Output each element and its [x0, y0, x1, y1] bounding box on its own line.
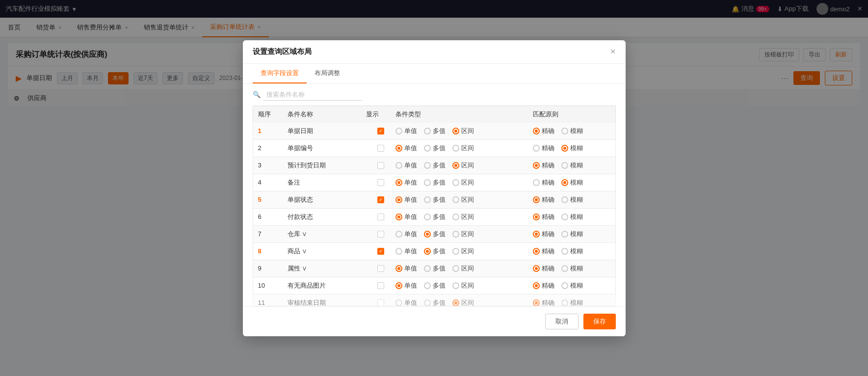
- row1-type-range-radio[interactable]: [452, 128, 459, 134]
- row4-type-multi[interactable]: 多值: [424, 178, 446, 187]
- row5-match-fuzzy[interactable]: 模糊: [561, 195, 583, 204]
- table-row: 11 审核结束日期 单值 多值 区间 精确 模糊: [253, 295, 616, 306]
- cancel-button[interactable]: 取消: [545, 314, 579, 329]
- row8-match-exact[interactable]: 精确: [533, 247, 554, 256]
- dialog-tab-layout[interactable]: 布局调整: [307, 64, 348, 83]
- row6-type: 单值 多值 区间: [395, 213, 533, 221]
- row7-type-single[interactable]: 单值: [395, 230, 417, 239]
- row9-name: 属性 ∨: [288, 264, 366, 273]
- row2-match-exact[interactable]: 精确: [533, 144, 554, 153]
- row6-match-exact[interactable]: 精确: [533, 213, 554, 221]
- row5-checkbox[interactable]: [377, 196, 384, 203]
- row1-match-exact-radio[interactable]: [533, 128, 540, 134]
- row11-type-multi[interactable]: 多值: [424, 298, 446, 306]
- row6-display[interactable]: [366, 214, 395, 220]
- row8-type-range[interactable]: 区间: [452, 247, 474, 256]
- row11-checkbox[interactable]: [377, 299, 384, 306]
- row9-type-single[interactable]: 单值: [395, 264, 417, 273]
- row9-type-multi[interactable]: 多值: [424, 264, 446, 273]
- row7-match: 精确 模糊: [533, 230, 626, 239]
- row8-match-fuzzy[interactable]: 模糊: [561, 247, 583, 256]
- row6-type-range[interactable]: 区间: [452, 213, 474, 221]
- row4-type-single[interactable]: 单值: [395, 178, 417, 187]
- table-row: 9 属性 ∨ 单值 多值 区间 精确 模糊: [253, 260, 616, 277]
- save-button[interactable]: 保存: [583, 314, 616, 329]
- row4-type-range[interactable]: 区间: [452, 178, 474, 187]
- row1-type-single-radio[interactable]: [395, 128, 402, 134]
- row1-checkbox[interactable]: [377, 128, 384, 134]
- row2-display[interactable]: [366, 145, 395, 152]
- row10-type-multi[interactable]: 多值: [424, 281, 446, 290]
- row11-match-exact[interactable]: 精确: [533, 298, 554, 306]
- row1-type-multi[interactable]: 多值: [424, 127, 446, 135]
- row8-display[interactable]: [366, 248, 395, 255]
- row7-type-multi[interactable]: 多值: [424, 230, 446, 239]
- dialog-tab-fields[interactable]: 查询字段设置: [253, 64, 307, 83]
- row8-type-multi[interactable]: 多值: [424, 247, 446, 256]
- row10-type-single[interactable]: 单值: [395, 281, 417, 290]
- row3-match-exact[interactable]: 精确: [533, 161, 554, 170]
- row7-checkbox[interactable]: [377, 231, 384, 238]
- row1-display[interactable]: [366, 128, 395, 134]
- row9-checkbox[interactable]: [377, 265, 384, 272]
- row10-display[interactable]: [366, 282, 395, 289]
- row8-type-single[interactable]: 单值: [395, 247, 417, 256]
- row5-display[interactable]: [366, 196, 395, 203]
- row10-match-fuzzy[interactable]: 模糊: [561, 281, 583, 290]
- row5-type-single[interactable]: 单值: [395, 195, 417, 204]
- row9-match-fuzzy[interactable]: 模糊: [561, 264, 583, 273]
- dialog-close-btn[interactable]: ×: [610, 47, 616, 56]
- row9-match-exact[interactable]: 精确: [533, 264, 554, 273]
- row11-match-fuzzy[interactable]: 模糊: [561, 298, 583, 306]
- row11-type-single[interactable]: 单值: [395, 298, 417, 306]
- row9-type-range[interactable]: 区间: [452, 264, 474, 273]
- row3-type-multi[interactable]: 多值: [424, 161, 446, 170]
- row6-match-fuzzy[interactable]: 模糊: [561, 213, 583, 221]
- row7-type: 单值 多值 区间: [395, 230, 533, 239]
- row10-order: 10: [258, 282, 288, 289]
- row3-checkbox[interactable]: [377, 162, 384, 169]
- row2-type-range[interactable]: 区间: [452, 144, 474, 153]
- row2-type-multi[interactable]: 多值: [424, 144, 446, 153]
- row7-type-range[interactable]: 区间: [452, 230, 474, 239]
- row10-type-range[interactable]: 区间: [452, 281, 474, 290]
- row10-checkbox[interactable]: [377, 282, 384, 289]
- row6-type-multi[interactable]: 多值: [424, 213, 446, 221]
- row5-type-range[interactable]: 区间: [452, 195, 474, 204]
- row7-match-exact[interactable]: 精确: [533, 230, 554, 239]
- row3-type-single[interactable]: 单值: [395, 161, 417, 170]
- row11-type-range[interactable]: 区间: [452, 298, 474, 306]
- row1-type-range[interactable]: 区间: [452, 127, 474, 135]
- row8-name: 商品 ∨: [288, 247, 366, 256]
- row3-order: 3: [258, 161, 288, 169]
- row5-type-multi[interactable]: 多值: [424, 195, 446, 204]
- row3-display[interactable]: [366, 162, 395, 169]
- row1-type-single[interactable]: 单值: [395, 127, 417, 135]
- row7-match-fuzzy[interactable]: 模糊: [561, 230, 583, 239]
- row9-display[interactable]: [366, 265, 395, 272]
- row1-match-fuzzy[interactable]: 模糊: [561, 127, 583, 135]
- row3-type-range[interactable]: 区间: [452, 161, 474, 170]
- row11-order: 11: [258, 299, 288, 306]
- row2-checkbox[interactable]: [377, 145, 384, 152]
- row4-match-fuzzy[interactable]: 模糊: [561, 178, 583, 187]
- row5-match-exact[interactable]: 精确: [533, 195, 554, 204]
- row1-match-exact[interactable]: 精确: [533, 127, 554, 135]
- table-row: 1 单据日期 单值 多值: [253, 123, 616, 140]
- row7-display[interactable]: [366, 231, 395, 238]
- search-input[interactable]: [263, 89, 362, 101]
- row10-match-exact[interactable]: 精确: [533, 281, 554, 290]
- row6-type-single[interactable]: 单值: [395, 213, 417, 221]
- row1-type-multi-radio[interactable]: [424, 128, 431, 134]
- row1-match-fuzzy-radio[interactable]: [561, 128, 568, 134]
- row4-match-exact[interactable]: 精确: [533, 178, 554, 187]
- row7-order: 7: [258, 230, 288, 238]
- row3-match-fuzzy[interactable]: 模糊: [561, 161, 583, 170]
- row2-match-fuzzy[interactable]: 模糊: [561, 144, 583, 153]
- row8-checkbox[interactable]: [377, 248, 384, 255]
- row2-type-single[interactable]: 单值: [395, 144, 417, 153]
- row11-display[interactable]: [366, 299, 395, 306]
- row4-display[interactable]: [366, 179, 395, 186]
- row6-checkbox[interactable]: [377, 214, 384, 220]
- row4-checkbox[interactable]: [377, 179, 384, 186]
